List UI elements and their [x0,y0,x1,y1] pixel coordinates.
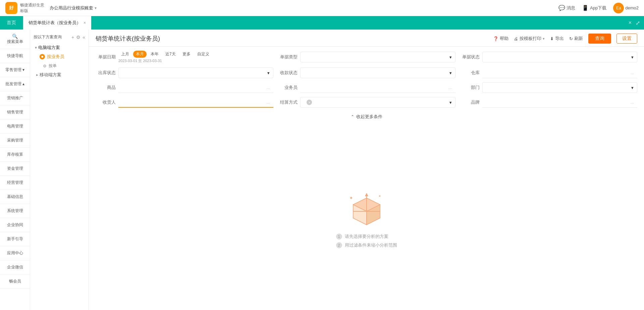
svg-point-0 [41,56,43,58]
svg-marker-9 [365,193,368,196]
scheme-sub-item[interactable]: ⚙ 按单 [33,61,86,70]
brand-filter-cell: 品牌 ... [460,97,637,108]
top-header: 好 畅捷通好生意 标版 办公用品行业模拟账套 💬 消息 📱 App下载 Ea d… [0,0,644,16]
refresh-btn[interactable]: ↻ 刷新 [569,36,583,42]
date-filter-cell: 单据日期 上月 本月 本年 近7天 更多 自定义 2023-03-01 至 20… [96,51,273,63]
doctype-filter-cell: 单据类型 [277,51,455,63]
salesman-control[interactable]: ... [300,82,455,93]
add-scheme-icon[interactable]: + [71,35,74,40]
tab-home[interactable]: 首页 [0,16,23,30]
empty-step-1: 1 请先选择要分析的方案 [336,234,397,240]
app-download-btn[interactable]: 📱 App下载 [582,5,606,11]
sidebar-item-finance[interactable]: 资金管理 [0,162,30,176]
help-btn[interactable]: ❓ 帮助 [493,36,508,42]
docstatus-select-control[interactable] [482,52,637,62]
sidebar-item-wechat[interactable]: 企业微信 [0,260,30,274]
scheme-header: 按以下方案查询 + ⚙ « [30,32,89,42]
filter-row-4: 收货人 ... 结算方式 [96,97,637,108]
collapse-scheme-icon[interactable]: « [83,35,85,40]
outstatus-filter-cell: 出库状态 [96,67,273,78]
empty-step-2: 2 用过滤条件来缩小分析范围 [336,242,397,248]
sidebar-quick-nav[interactable]: 快捷导航 [0,49,30,63]
setting-scheme-icon[interactable]: ⚙ [76,35,80,40]
date-tab-more[interactable]: 更多 [180,51,193,58]
payment-filter-cell: 结算方式 × [277,97,455,108]
goods-control[interactable]: ... [118,82,273,93]
scheme-category-mobile[interactable]: ▸ 移动端方案 [33,70,86,79]
warehouse-filter-cell: 仓库 ... [460,67,637,78]
scheme-panel: 按以下方案查询 + ⚙ « ▾ 电脑端方案 按业务员 [30,30,89,310]
sidebar-item-sales[interactable]: 销售管理 [0,105,30,119]
print-btn[interactable]: 🖨 按模板打印 [514,36,545,42]
settings-button[interactable]: 设置 [616,34,637,44]
receiver-filter-cell: 收货人 ... [96,97,273,108]
sidebar-item-basics[interactable]: 基础信息 [0,190,30,204]
brand-control[interactable]: ... [482,97,637,108]
date-tabs: 上月 本月 本年 近7天 更多 自定义 [118,51,273,58]
sidebar-item-guide[interactable]: 新手引导 [0,232,30,246]
doctype-chevron [449,55,452,60]
date-tab-thisyear[interactable]: 本年 [148,51,161,58]
tab-bar-actions: × ⤢ [629,20,644,26]
sidebar-item-operations[interactable]: 经营管理 [0,176,30,190]
sidebar-item-retail[interactable]: 零售管理 ▾ [0,63,30,77]
active-scheme-dot [40,54,45,59]
page-header: 销货单统计表(按业务员) ❓ 帮助 🖨 按模板打印 ⬇ [89,30,644,47]
message-btn[interactable]: 💬 消息 [558,5,575,11]
date-tab-custom[interactable]: 自定义 [195,51,212,58]
empty-steps: 1 请先选择要分析的方案 2 用过滤条件来缩小分析范围 [336,234,397,248]
date-tab-lastmonth[interactable]: 上月 [118,51,132,58]
receiver-control[interactable]: ... [118,97,273,108]
tab-active[interactable]: 销货单统计表（按业务员） × [23,16,91,30]
doctype-select-control[interactable] [300,52,455,62]
logo-area: 好 畅捷通好生意 标版 办公用品行业模拟账套 [5,2,97,14]
page-actions: ❓ 帮助 🖨 按模板打印 ⬇ 导出 ↻ [493,34,637,44]
empty-state: ✦ ✦ 1 请先选择要分析的方案 2 用过滤条件来缩小分析范围 [89,126,644,310]
window-close-icon[interactable]: × [629,20,632,26]
department-filter-cell: 部门 [460,82,637,93]
dropdown-label[interactable]: 办公用品行业模拟账套 [50,5,97,11]
sidebar-item-appstore[interactable]: 应用中心 [0,246,30,260]
outstatus-chevron [267,70,270,75]
payment-select-control[interactable]: × [300,97,455,108]
page-title: 销货单统计表(按业务员) [96,35,160,43]
sidebar-item-member[interactable]: 畅会员 [0,274,30,289]
receivestatus-chevron [449,70,452,75]
doctype-select[interactable] [300,52,455,62]
content-area: 按以下方案查询 + ⚙ « ▾ 电脑端方案 按业务员 [30,30,644,310]
scheme-section-desktop: ▾ 电脑端方案 按业务员 ⚙ 按单 ▸ 移动端方案 [30,42,89,81]
docstatus-filter-cell: 单据状态 [460,51,637,63]
receivestatus-select-control[interactable] [300,67,455,78]
tab-close-icon[interactable]: × [84,20,86,25]
right-content: 销货单统计表(按业务员) ❓ 帮助 🖨 按模板打印 ⬇ [89,30,644,310]
export-btn[interactable]: ⬇ 导出 [550,36,564,42]
date-tab-7days[interactable]: 近7天 [163,51,178,58]
header-right: 💬 消息 📱 App下载 Ea demo2 [558,3,639,13]
scheme-category-desktop[interactable]: ▾ 电脑端方案 [33,43,86,52]
sidebar-search[interactable]: 🔍 搜索菜单 [0,30,30,49]
payment-tag-close[interactable]: × [307,100,312,105]
docstatus-select[interactable] [482,52,637,62]
scheme-item-salesman[interactable]: 按业务员 [33,52,86,61]
filter-row-3: 商品 ... 业务员 ... [96,82,637,93]
window-expand-icon[interactable]: ⤢ [636,20,640,26]
salesman-filter-cell: 业务员 ... [277,82,455,93]
sidebar-item-ecommerce[interactable]: 电商管理 [0,119,30,134]
sidebar-item-wholesale[interactable]: 批发管理 ▴ [0,77,30,91]
query-button[interactable]: 查询 [588,34,611,44]
user-menu[interactable]: Ea demo2 [613,3,639,13]
sidebar-item-inventory[interactable]: 库存核算 [0,148,30,162]
sidebar-item-enterprise[interactable]: 企业协同 [0,218,30,232]
warehouse-control[interactable]: ... [482,67,637,78]
filter-area: 单据日期 上月 本月 本年 近7天 更多 自定义 2023-03-01 至 20… [89,47,644,126]
page-title-row: 销货单统计表(按业务员) ❓ 帮助 🖨 按模板打印 ⬇ [96,34,637,46]
sidebar-item-marketing[interactable]: 营销推广 [0,91,30,105]
filter-row-2: 出库状态 收款状态 [96,67,637,78]
sidebar-item-system[interactable]: 系统管理 [0,204,30,218]
sidebar-item-purchase[interactable]: 采购管理 [0,134,30,148]
date-tab-thismonth[interactable]: 本月 [133,51,147,58]
department-select-control[interactable] [482,82,637,93]
outstatus-select-control[interactable] [118,67,273,78]
collapse-btn[interactable]: ⌃ 收起更多条件 [96,112,637,122]
logo-icon: 好 [5,2,17,14]
